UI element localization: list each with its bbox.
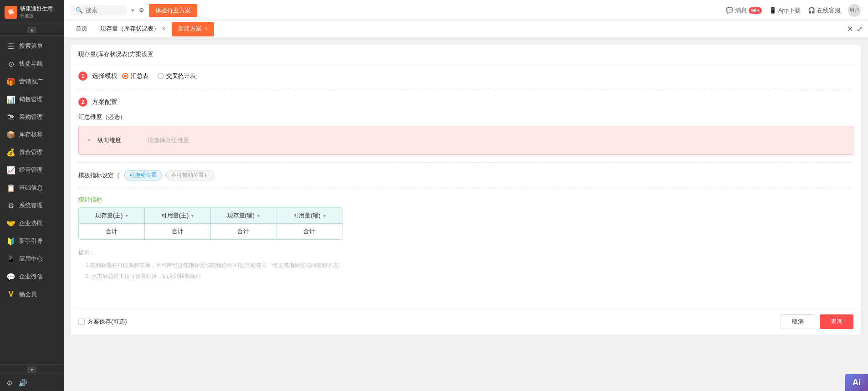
step1-badge: 1	[78, 72, 87, 81]
dim-dash: ——	[128, 137, 140, 144]
appcenter-icon: 📱	[6, 255, 15, 263]
app-download-btn[interactable]: 📱 App下载	[769, 6, 801, 15]
tab-inventory-status[interactable]: 现存量（库存状况表） ×	[94, 22, 172, 36]
sidebar-item-search[interactable]: ☰ 搜索菜单	[0, 37, 64, 55]
sidebar-item-purchase[interactable]: 🛍 采购管理	[0, 108, 64, 126]
stats-label: 统计指标	[78, 196, 853, 204]
stats-col-2[interactable]: 可用量(主) ▾	[145, 208, 211, 223]
topbar-right: 💬 消息 99+ 📱 App下载 🎧 在线客服 用户	[726, 4, 861, 17]
tab-newplan-close[interactable]: ×	[204, 26, 208, 32]
search-menu-icon: ☰	[6, 42, 15, 51]
tab-end-controls: ✕ ⤢	[847, 25, 863, 33]
sidebar-footer: ⚙ 🔊	[0, 375, 64, 391]
main-area: 🔍 ▾ ⚙ 体验行业方案 💬 消息 99+ 📱 App下载 🎧 在线客服 用户	[64, 0, 868, 391]
message-badge: 99+	[749, 7, 762, 14]
save-checkbox[interactable]	[78, 319, 85, 325]
vertical-dim-label: 纵向维度	[97, 136, 121, 144]
sidebar-item-operations[interactable]: 📈 经营管理	[0, 161, 64, 179]
radio-cross-circle	[158, 73, 164, 79]
topbar-settings-icon[interactable]: ⚙	[139, 7, 144, 14]
app-logo: 畅 畅康通好生意 标准版	[0, 0, 64, 25]
sidebar-item-membership[interactable]: V 畅会员	[0, 286, 64, 303]
topbar-dropdown-icon[interactable]: ▾	[131, 7, 134, 14]
footer-settings-icon[interactable]: ⚙	[6, 379, 13, 387]
step2-header: 2 方案配置	[78, 98, 853, 107]
tab-expand-btn[interactable]: ⤢	[857, 25, 863, 33]
wechat-icon: 💬	[6, 273, 15, 281]
divider3	[78, 188, 853, 188]
footer-buttons: 取消 查询	[781, 314, 853, 329]
membership-icon: V	[6, 290, 15, 298]
sidebar-item-quicknav[interactable]: ⊙ 快捷导航	[0, 55, 64, 73]
cancel-button[interactable]: 取消	[781, 314, 815, 329]
sidebar-label-enterprise: 企业协同	[19, 219, 43, 227]
template-indicator: 模板指标设定（ 可拖动位置 不可拖动位置）	[78, 170, 853, 180]
purchase-icon: 🛍	[6, 113, 15, 121]
topbar: 🔍 ▾ ⚙ 体验行业方案 💬 消息 99+ 📱 App下载 🎧 在线客服 用户	[64, 0, 868, 21]
sidebar-item-basic[interactable]: 📋 基础信息	[0, 179, 64, 197]
tab-home[interactable]: 首页	[69, 22, 94, 36]
online-service-btn[interactable]: 🎧 在线客服	[808, 6, 841, 15]
step2-section: 2 方案配置 汇总维度（必选） * 纵向维度 —— 请选择分组维度	[78, 98, 853, 282]
logo-icon: 畅	[5, 6, 17, 19]
sidebar-item-system[interactable]: ⚙ 系统管理	[0, 197, 64, 215]
sidebar-item-enterprise[interactable]: 🤝 企业协同	[0, 215, 64, 232]
sidebar-item-appcenter[interactable]: 📱 应用中心	[0, 250, 64, 268]
search-input[interactable]	[86, 7, 122, 14]
stats-table: 现存量(主) ▾ 可用量(主) ▾ 现存量(辅) ▾	[78, 207, 342, 240]
sidebar-item-sales[interactable]: 📊 销售管理	[0, 91, 64, 108]
sidebar-label-operations: 经营管理	[19, 166, 43, 174]
stats-col-3[interactable]: 现存量(辅) ▾	[211, 208, 277, 223]
col3-dropdown[interactable]: ▾	[257, 213, 260, 218]
marketing-icon: 🎁	[6, 77, 15, 86]
stats-cell-1: 合计	[79, 224, 145, 239]
ai-badge[interactable]: Ai	[845, 374, 868, 391]
content-area: 现存量(库存状况表)方案设置 1 选择模板 汇总表	[64, 37, 868, 391]
stats-cell-4: 合计	[276, 224, 342, 239]
dimension-box[interactable]: * 纵向维度 —— 请选择分组维度	[78, 126, 853, 155]
finance-icon: 💰	[6, 148, 15, 157]
divider1	[78, 90, 853, 90]
step1-header: 1 选择模板 汇总表 交叉统计表	[78, 72, 853, 81]
query-button[interactable]: 查询	[820, 314, 853, 329]
user-avatar[interactable]: 用户	[848, 4, 861, 17]
sidebar-label-purchase: 采购管理	[19, 113, 43, 121]
panel-title: 现存量(库存状况表)方案设置	[71, 45, 861, 64]
save-option[interactable]: 方案保存(可选)	[78, 318, 127, 326]
tips-section: 提示： 1.拖动标题栏可以调整布局，不可跨维度或指标区域拖动栏目字段(只能在同一…	[78, 247, 853, 282]
sidebar-item-finance[interactable]: 💰 资金管理	[0, 144, 64, 161]
stats-col-4[interactable]: 可用量(辅) ▾	[276, 208, 342, 223]
system-icon: ⚙	[6, 201, 15, 210]
template-radio-group: 汇总表 交叉统计表	[122, 72, 196, 80]
sidebar-item-inventory[interactable]: 📦 库存核算	[0, 126, 64, 144]
sales-icon: 📊	[6, 95, 15, 104]
trial-industry-btn[interactable]: 体验行业方案	[149, 4, 197, 17]
sidebar-scroll-down[interactable]: ▼	[27, 366, 36, 373]
sidebar-label-appcenter: 应用中心	[19, 255, 43, 263]
stats-section: 统计指标 现存量(主) ▾ 可用量(主) ▾	[78, 196, 853, 240]
tab-newplan-label: 新建方案	[178, 25, 202, 33]
topbar-search-box[interactable]: 🔍	[71, 5, 127, 15]
tab-close-btn[interactable]: ✕	[847, 25, 853, 33]
col1-dropdown[interactable]: ▾	[126, 213, 128, 218]
radio-summary[interactable]: 汇总表	[122, 72, 148, 80]
sidebar-label-wechat: 企业微信	[19, 273, 43, 281]
tab-inventory-close[interactable]: ×	[162, 26, 165, 32]
sidebar-item-newguide[interactable]: 🔰 新手引导	[0, 232, 64, 250]
radio-cross[interactable]: 交叉统计表	[158, 72, 196, 80]
col4-dropdown[interactable]: ▾	[323, 213, 326, 218]
operations-icon: 📈	[6, 166, 15, 175]
stats-col-2-label: 可用量(主)	[161, 211, 189, 220]
sidebar-item-wechat[interactable]: 💬 企业微信	[0, 268, 64, 286]
stats-col-1[interactable]: 现存量(主) ▾	[79, 208, 145, 223]
sidebar-label-quicknav: 快捷导航	[19, 60, 43, 68]
tip-2: 2. 点击标题栏下拉可设置排序、插入列和删除列	[78, 271, 853, 282]
sidebar-scroll-up[interactable]: ▲	[27, 27, 36, 33]
sidebar-item-marketing[interactable]: 🎁 营销推广	[0, 73, 64, 91]
col2-dropdown[interactable]: ▾	[191, 213, 194, 218]
step1-title: 选择模板	[92, 72, 117, 80]
messages-btn[interactable]: 💬 消息 99+	[726, 6, 762, 15]
footer-audio-icon[interactable]: 🔊	[18, 379, 27, 387]
settings-panel: 现存量(库存状况表)方案设置 1 选择模板 汇总表	[71, 45, 861, 334]
tab-new-plan[interactable]: 新建方案 ×	[172, 22, 214, 36]
